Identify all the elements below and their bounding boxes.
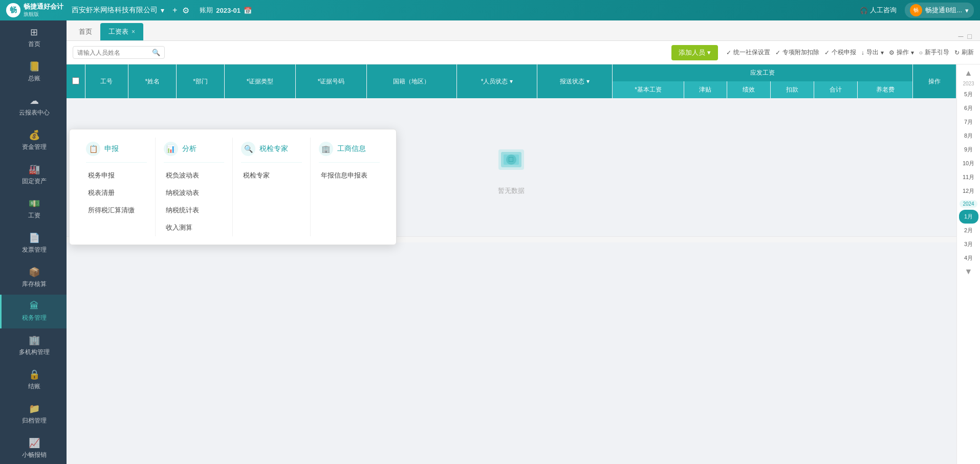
sidebar-item-multi[interactable]: 🏢 多机构管理	[0, 328, 67, 363]
analysis-title: 分析	[182, 144, 197, 153]
timeline-month-2-2024[interactable]: 2月	[959, 224, 978, 237]
select-all-checkbox[interactable]	[72, 77, 79, 84]
export-btn[interactable]: ↓ 导出 ▾	[861, 48, 884, 57]
menu-tax-form[interactable]: 税表清册	[86, 184, 147, 202]
export-chevron-icon: ▾	[881, 49, 884, 56]
sidebar-item-assets[interactable]: 🏭 固定资产	[0, 158, 67, 192]
social-settings-btn[interactable]: ✓ 统一社保设置	[726, 48, 770, 57]
th-pension: 养老费	[858, 81, 913, 98]
sidebar-label-closing: 结账	[28, 382, 40, 391]
top-bar: 畅 畅捷通好会计 旗舰版 西安虾米网络科技有限公司 ▾ + ⚙ 账期 2023-…	[0, 0, 980, 20]
add-person-label: 添加人员	[679, 48, 705, 57]
table-container: 工号 *姓名 *部门 *证据类型 *证据号码 国籍（地区） *人员状态 ▾	[67, 64, 956, 464]
timeline-month-5[interactable]: 5月	[959, 87, 978, 101]
th-id: 工号	[85, 64, 128, 98]
add-company-icon[interactable]: +	[172, 6, 177, 15]
business-icon: 🏢	[319, 142, 333, 156]
refresh-btn[interactable]: ↻ 刷新	[954, 48, 974, 57]
sidebar-item-archive[interactable]: 📁 归档管理	[0, 397, 67, 431]
sidebar-label-cloud: 云报表中心	[19, 108, 50, 117]
menu-tax-expert[interactable]: 税检专家	[241, 167, 302, 184]
sidebar-item-inventory[interactable]: 📦 库存核算	[0, 260, 67, 295]
dropdown-header-business: 🏢 工商信息	[319, 138, 380, 163]
user-chevron-icon: ▾	[965, 7, 969, 14]
timeline-month-1-2024[interactable]: 1月	[959, 210, 978, 224]
tab-payroll-label: 工资表	[108, 27, 128, 36]
th-allowance: 津贴	[684, 81, 727, 98]
timeline-up-btn[interactable]: ▲	[963, 67, 975, 80]
timeline-month-6[interactable]: 6月	[959, 101, 978, 115]
timeline-down-btn[interactable]: ▼	[963, 265, 975, 278]
avatar: 畅	[910, 4, 922, 16]
timeline-month-9[interactable]: 9月	[959, 143, 978, 157]
tax-return-btn[interactable]: ✓ 个税申报	[824, 48, 856, 57]
settings-icon[interactable]: ⚙	[182, 6, 189, 15]
customer-service-label: 人工咨询	[870, 6, 897, 15]
th-deduction: 扣款	[771, 81, 814, 98]
year-2024-badge[interactable]: 2024	[960, 200, 977, 208]
tab-max-icon[interactable]: □	[968, 32, 972, 40]
search-input[interactable]	[77, 49, 150, 56]
declare-title: 申报	[104, 144, 119, 153]
sidebar-item-funds[interactable]: 💰 资金管理	[0, 123, 67, 158]
status-filter-icon[interactable]: ▾	[510, 78, 513, 85]
timeline-month-10[interactable]: 10月	[959, 157, 978, 170]
sidebar-item-invoice[interactable]: 📄 发票管理	[0, 226, 67, 260]
menu-annual-report[interactable]: 年报信息申报表	[319, 167, 380, 184]
cloud-icon: ☁	[30, 95, 39, 106]
tab-home[interactable]: 首页	[71, 23, 100, 40]
customer-service-btn[interactable]: 🎧 人工咨询	[860, 6, 897, 15]
tax-icon-btn: ✓	[824, 49, 830, 56]
expert-icon: 🔍	[241, 142, 255, 156]
user-avatar-area[interactable]: 畅 畅捷通B组... ▾	[905, 3, 974, 18]
th-action: 操作	[912, 64, 956, 98]
menu-tax-stats[interactable]: 纳税统计表	[164, 202, 225, 219]
timeline-month-4-2024[interactable]: 4月	[959, 251, 978, 265]
sidebar-item-home[interactable]: ⊞ 首页	[0, 20, 67, 55]
timeline-month-8[interactable]: 8月	[959, 129, 978, 143]
refresh-label: 刷新	[962, 48, 974, 57]
invoice-icon: 📄	[29, 232, 40, 244]
menu-tax-declare[interactable]: 税务申报	[86, 167, 147, 184]
tax-icon: 🏛	[30, 301, 39, 312]
company-selector[interactable]: 西安虾米网络科技有限公司 ▾	[68, 4, 168, 17]
menu-income-estimate[interactable]: 收入测算	[164, 219, 225, 236]
menu-tax-burden[interactable]: 税负波动表	[164, 167, 225, 184]
add-person-button[interactable]: 添加人员 ▾	[671, 45, 718, 60]
deduction-icon: ✓	[775, 49, 780, 56]
social-settings-label: 统一社保设置	[733, 48, 770, 57]
timeline-month-7[interactable]: 7月	[959, 115, 978, 129]
menu-tax-fluctuation[interactable]: 纳税波动表	[164, 184, 225, 202]
operations-label: 操作	[897, 48, 909, 57]
tab-close-icon[interactable]: ×	[132, 28, 135, 35]
year-2023-label: 2023	[963, 80, 974, 87]
sidebar-item-payroll[interactable]: 💵 工资	[0, 192, 67, 226]
report-status-filter-icon[interactable]: ▾	[586, 78, 590, 85]
sidebar-label-assets: 固定资产	[22, 177, 47, 186]
operations-btn[interactable]: ⚙ 操作 ▾	[889, 48, 914, 57]
sidebar-label-ledger: 总账	[28, 74, 40, 83]
sidebar-item-cloud[interactable]: ☁ 云报表中心	[0, 89, 67, 123]
calendar-icon[interactable]: 📅	[244, 7, 252, 14]
sidebar-item-tax[interactable]: 🏛 税务管理	[0, 295, 67, 328]
dropdown-col-analysis: 📊 分析 税负波动表 纳税波动表 纳税统计表 收入测算	[156, 138, 233, 236]
sidebar-item-closing[interactable]: 🔒 结账	[0, 363, 67, 397]
tab-payroll[interactable]: 工资表 ×	[100, 23, 143, 40]
operations-chevron-icon: ▾	[911, 49, 914, 56]
th-performance: 绩效	[727, 81, 771, 98]
timeline-month-3-2024[interactable]: 3月	[959, 237, 978, 251]
logo-text-group: 畅捷通好会计 旗舰版	[24, 3, 63, 18]
table-timeline-wrapper: 工号 *姓名 *部门 *证据类型 *证据号码 国籍（地区） *人员状态 ▾	[67, 64, 980, 464]
headset-icon: 🎧	[860, 7, 868, 14]
sidebar-item-ledger[interactable]: 📒 总账	[0, 55, 67, 89]
multi-icon: 🏢	[29, 335, 40, 346]
timeline-month-12[interactable]: 12月	[959, 184, 978, 198]
timeline-month-11[interactable]: 11月	[959, 170, 978, 184]
menu-income-tax[interactable]: 所得税汇算清缴	[86, 202, 147, 219]
special-deduction-btn[interactable]: ✓ 专项附加扣除	[775, 48, 819, 57]
tab-min-icon[interactable]: ─	[959, 32, 964, 40]
toolbar: 🔍 添加人员 ▾ ✓ 统一社保设置 ✓ 专项附加扣除 ✓ 个税申报	[67, 41, 980, 64]
sidebar-item-report[interactable]: 📈 小畅报销	[0, 431, 67, 464]
new-guide-btn[interactable]: ○ 新手引导	[919, 48, 949, 57]
sidebar-label-payroll: 工资	[28, 211, 40, 220]
